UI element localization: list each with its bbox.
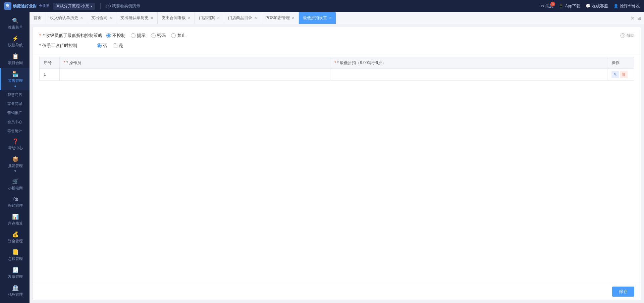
required-star-1: * bbox=[39, 33, 41, 38]
expand-icon: ▲ bbox=[14, 84, 17, 88]
manual-price-label: * 仅手工改价时控制 bbox=[39, 43, 93, 49]
radio-yes[interactable]: 是 bbox=[113, 43, 123, 49]
tab-bar: 首页 收入确认单历史 ✕ 支出合同 ✕ 支出确认单历史 ✕ 支出合同看板 ✕ 门… bbox=[30, 12, 644, 24]
retail-icon: 🏪 bbox=[12, 71, 19, 77]
ecommerce-icon: 🛒 bbox=[12, 178, 19, 185]
radio-password-circle bbox=[151, 33, 156, 38]
demo-link[interactable]: ○ 我要看实例演示 bbox=[106, 3, 140, 9]
sidebar-item-inventory[interactable]: 📊 库存核算 bbox=[0, 211, 30, 229]
tab-pos-encryption[interactable]: POS加密管理 ✕ bbox=[261, 12, 299, 24]
download-icon: 📱 bbox=[559, 4, 564, 8]
tab-close-income-history[interactable]: ✕ bbox=[80, 16, 83, 20]
search-icon: 🔍 bbox=[12, 17, 19, 24]
tab-close-expense-board[interactable]: ✕ bbox=[188, 16, 191, 20]
radio-no-control-circle bbox=[106, 33, 111, 38]
sidebar-item-invoice-mgmt[interactable]: 🧾 发票管理 bbox=[0, 264, 30, 282]
save-button[interactable]: 保存 bbox=[612, 287, 634, 297]
col-header-actions: 操作 bbox=[607, 57, 634, 69]
messages-btn[interactable]: ✉ 消息 8 bbox=[541, 3, 553, 9]
quick-nav-icon: ⚡ bbox=[12, 35, 19, 42]
tab-close-min-discount[interactable]: ✕ bbox=[329, 16, 332, 20]
sidebar-item-marketing[interactable]: 营销推广 bbox=[0, 108, 30, 117]
required-star-discount: * bbox=[334, 60, 336, 65]
tab-income-history[interactable]: 收入确认单历史 ✕ bbox=[46, 12, 87, 24]
sidebar-item-retail-mall[interactable]: 零售商城 bbox=[0, 99, 30, 108]
radio-forbidden[interactable]: 禁止 bbox=[171, 33, 186, 39]
edit-row-btn[interactable]: ✎ bbox=[611, 71, 619, 78]
radio-yes-circle bbox=[113, 43, 117, 48]
service-icon: 💬 bbox=[586, 4, 591, 8]
sidebar-item-tax-mgmt[interactable]: 🏦 税务管理 bbox=[0, 282, 30, 300]
sidebar-item-retail-mgmt[interactable]: 🏪 零售管理 ▲ bbox=[0, 68, 30, 90]
messages-badge: 8 bbox=[550, 2, 555, 6]
sidebar-item-quick-nav[interactable]: ⚡ 快捷导航 bbox=[0, 33, 30, 50]
radio-prompt[interactable]: 提示 bbox=[131, 33, 146, 39]
col-header-seq: 序号 bbox=[40, 57, 60, 69]
tab-close-store-catalog[interactable]: ✕ bbox=[254, 16, 257, 20]
edition-badge: 专业版 bbox=[39, 4, 49, 8]
tab-close-expense-contract[interactable]: ✕ bbox=[109, 16, 112, 20]
top-bar: 财 畅捷通好业财 专业版 测试分开流程-小兄 ▾ ○ 我要看实例演示 ✉ 消息 … bbox=[0, 0, 644, 12]
action-icons: ✎ 🗑 bbox=[611, 71, 630, 78]
discount-strategy-radio-group: 不控制 提示 密码 禁止 bbox=[106, 33, 186, 39]
wholesale-icon: 📦 bbox=[12, 156, 19, 162]
online-service-btn[interactable]: 💬 在线客服 bbox=[586, 3, 608, 9]
sidebar-item-wholesale-mgmt[interactable]: 📦 批发管理 ▼ bbox=[0, 153, 30, 175]
tab-expense-board[interactable]: 支出合同看板 ✕ bbox=[158, 12, 195, 24]
manual-price-radio-group: 否 是 bbox=[97, 43, 123, 49]
discount-input[interactable] bbox=[334, 72, 603, 77]
tab-expense-contract[interactable]: 支出合同 ✕ bbox=[87, 12, 116, 24]
sidebar-item-purchase-mgmt[interactable]: 🛍 采购管理 bbox=[0, 193, 30, 211]
radio-no-circle bbox=[97, 43, 102, 48]
tab-store-archive[interactable]: 门店档案 ✕ bbox=[195, 12, 224, 24]
contract-icon: 📋 bbox=[12, 53, 19, 59]
radio-prompt-circle bbox=[131, 33, 136, 38]
sidebar-item-smart-store[interactable]: 智慧门店 bbox=[0, 90, 30, 99]
table-row: 1 ✎ 🗑 bbox=[40, 69, 634, 81]
manual-price-row: * 仅手工改价时控制 否 是 bbox=[39, 43, 634, 49]
sidebar-item-retail-stats[interactable]: 零售统计 bbox=[0, 127, 30, 136]
tab-store-catalog[interactable]: 门店商品目录 ✕ bbox=[224, 12, 261, 24]
delete-row-btn[interactable]: 🗑 bbox=[620, 71, 628, 78]
radio-no-control[interactable]: 不控制 bbox=[106, 33, 125, 39]
tab-close-pos-encryption[interactable]: ✕ bbox=[292, 16, 294, 20]
tab-close-all-btn[interactable]: ✕ bbox=[631, 15, 635, 21]
sidebar-item-ledger[interactable]: 📒 总账管理 bbox=[0, 246, 30, 264]
cell-discount bbox=[330, 69, 607, 81]
project-selector[interactable]: 测试分开流程-小兄 ▾ bbox=[53, 3, 95, 10]
ledger-icon: 📒 bbox=[12, 249, 19, 255]
help-icon: ? bbox=[621, 33, 625, 38]
discount-strategy-row: * * 收银员低于最低折扣控制策略 不控制 提示 bbox=[39, 33, 634, 39]
top-bar-right: ✉ 消息 8 📱 App下载 💬 在线客服 👤 徐泽华修改 bbox=[541, 3, 640, 9]
sidebar-item-member-center[interactable]: 会员中心 bbox=[0, 117, 30, 127]
help-icon: ❓ bbox=[12, 138, 19, 145]
sidebar-item-fund-mgmt[interactable]: 💰 资金管理 bbox=[0, 229, 30, 246]
tab-expense-history[interactable]: 支出确认单历史 ✕ bbox=[116, 12, 158, 24]
tab-home[interactable]: 首页 bbox=[30, 12, 46, 24]
tab-close-expense-history[interactable]: ✕ bbox=[151, 16, 153, 20]
table-section: 序号 * * 操作员 * * 最低折扣（9.00等于9折） 操作 bbox=[33, 54, 641, 171]
sidebar-item-project-contract[interactable]: 📋 项目合同 bbox=[0, 50, 30, 68]
tab-min-discount[interactable]: 最低折扣设置 ✕ bbox=[299, 12, 336, 24]
tab-expand-btn[interactable]: ⊞ bbox=[637, 15, 641, 21]
message-icon: ✉ bbox=[541, 4, 544, 8]
sidebar-item-fixed-assets[interactable]: 🏢 固定资产 bbox=[0, 300, 30, 303]
settings-section: * * 收银员低于最低折扣控制策略 不控制 提示 bbox=[33, 27, 641, 54]
radio-password[interactable]: 密码 bbox=[151, 33, 166, 39]
fund-icon: 💰 bbox=[12, 231, 19, 238]
operator-input[interactable] bbox=[64, 72, 326, 77]
help-button[interactable]: ? 帮助 bbox=[621, 33, 634, 39]
cell-seq: 1 bbox=[40, 69, 60, 81]
content-area: 首页 收入确认单历史 ✕ 支出合同 ✕ 支出确认单历史 ✕ 支出合同看板 ✕ 门… bbox=[30, 12, 644, 303]
sidebar-item-search[interactable]: 🔍 搜索菜单 bbox=[0, 15, 30, 33]
cell-operator bbox=[60, 69, 330, 81]
radio-no[interactable]: 否 bbox=[97, 43, 107, 49]
sidebar-item-ecommerce[interactable]: 🛒 小畅电商 bbox=[0, 175, 30, 193]
user-icon: 👤 bbox=[613, 4, 619, 8]
tab-close-store-archive[interactable]: ✕ bbox=[217, 16, 220, 20]
tab-bar-end: ✕ ⊞ bbox=[628, 15, 644, 21]
sidebar-item-help-center[interactable]: ❓ 帮助中心 bbox=[0, 136, 30, 153]
app-download-btn[interactable]: 📱 App下载 bbox=[559, 3, 580, 9]
purchase-icon: 🛍 bbox=[13, 196, 18, 202]
user-btn[interactable]: 👤 徐泽华修改 bbox=[613, 3, 640, 9]
